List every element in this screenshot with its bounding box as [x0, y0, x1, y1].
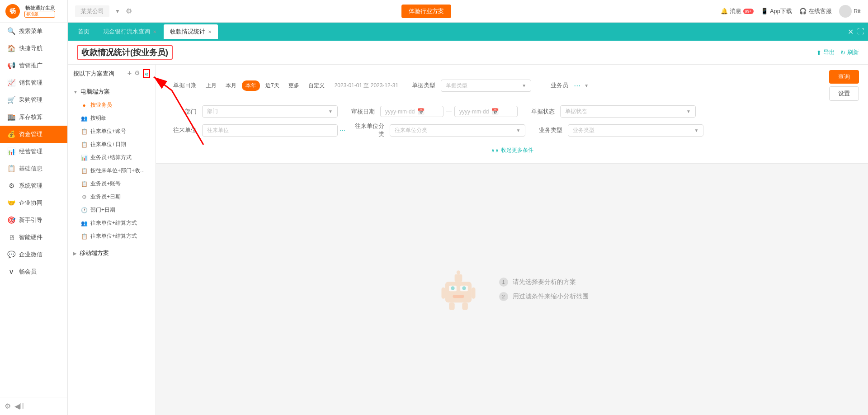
sidebar-item-wechat[interactable]: 💬 企业微信: [0, 246, 67, 263]
app-download-icon: 📱: [761, 8, 768, 14]
date-tab-custom[interactable]: 自定义: [305, 80, 328, 91]
counterpart-account-icon: 📋: [80, 128, 88, 135]
settings-button[interactable]: 设置: [829, 86, 859, 101]
scheme-dept-date[interactable]: 🕐 部门+日期: [68, 203, 156, 217]
sidebar-item-hardware[interactable]: 🖥 智能硬件: [0, 229, 67, 246]
app-download-item[interactable]: 📱 App下载: [761, 7, 792, 15]
date-tab-7days[interactable]: 近7天: [262, 80, 283, 91]
scheme-salesperson-date[interactable]: ⚙ 业务员+日期: [68, 190, 156, 203]
mobile-section: ▶ 移动端方案: [68, 245, 156, 262]
review-date-start-input[interactable]: yyyy-mm-dd 📅: [380, 106, 443, 117]
date-tab-this-year[interactable]: 本年: [242, 80, 260, 91]
sidebar-item-basics[interactable]: 📋 基础信息: [0, 160, 67, 177]
scheme-counterpart-dept[interactable]: 📋 按往来单位+部门+收...: [68, 164, 156, 177]
finance-nav-icon: 💰: [7, 130, 15, 138]
sidebar-item-collab[interactable]: 🤝 企业协同: [0, 194, 67, 212]
panel-header-actions: + ⚙ «: [127, 69, 150, 78]
scheme-counterpart-dept-label: 按往来单位+部门+收...: [90, 167, 145, 174]
user-avatar: [839, 5, 852, 18]
detail-scheme-icon: 👥: [80, 115, 88, 122]
scheme-counterpart-date[interactable]: 📋 往来单位+日期: [68, 138, 156, 151]
online-service-item[interactable]: 🎧 在线客服: [799, 7, 832, 15]
tip-text-1: 请先选择要分析的方案: [513, 278, 576, 286]
counterpart-filter-label: 往来单位: [165, 126, 197, 134]
scheme-by-salesperson[interactable]: ● 按业务员: [68, 99, 156, 112]
doc-status-value: 单据状态: [565, 108, 587, 115]
salesperson-settlement-icon: 📊: [80, 154, 88, 161]
dept-select[interactable]: 部门 ▼: [202, 105, 338, 118]
collapse-sidebar-icon[interactable]: ◀II: [14, 402, 24, 410]
sidebar-item-shortcuts[interactable]: 🏠 快捷导航: [0, 40, 67, 57]
settings-bottom-icon[interactable]: ⚙: [5, 402, 11, 410]
scheme-counterpart-account[interactable]: 📋 往来单位+账号: [68, 125, 156, 138]
sidebar-item-finance[interactable]: 💰 资金管理: [0, 126, 67, 143]
review-date-end-calendar-icon[interactable]: 📅: [491, 108, 499, 115]
sidebar-item-search[interactable]: 🔍 搜索菜单: [0, 23, 67, 40]
sidebar-item-operations[interactable]: 📊 经营管理: [0, 143, 67, 160]
company-dropdown-icon[interactable]: ▼: [115, 8, 120, 14]
counterpart-more-icon[interactable]: ···: [340, 126, 345, 134]
collapse-bar[interactable]: ∧∧ 收起更多条件: [165, 143, 859, 158]
review-date-start-calendar-icon[interactable]: 📅: [417, 108, 425, 115]
sidebar-item-system-label: 系统管理: [19, 182, 42, 190]
scheme-by-detail[interactable]: 👥 按明细: [68, 112, 156, 125]
sidebar-item-hardware-label: 智能硬件: [19, 233, 42, 241]
scheme-counterpart-account-label: 往来单位+账号: [90, 127, 126, 135]
topbar-gear-icon[interactable]: ⚙: [126, 7, 132, 15]
sidebar-item-marketing[interactable]: 📢 营销推广: [0, 57, 67, 74]
salesperson-more-icon[interactable]: ···: [574, 81, 580, 90]
desktop-section-header[interactable]: ▼ 电脑端方案: [68, 85, 156, 99]
scheme-salesperson-settlement-label: 业务员+结算方式: [90, 154, 132, 161]
user-item[interactable]: Rit: [839, 5, 861, 18]
date-tab-this-month[interactable]: 本月: [222, 80, 240, 91]
sidebar-item-inventory[interactable]: 🏬 库存核算: [0, 108, 67, 126]
export-icon: ⬆: [816, 49, 821, 56]
page-title: 收款情况统计(按业务员): [77, 45, 173, 60]
counterpart-input[interactable]: 往来单位: [202, 124, 338, 137]
tab-bank-label: 现金银行流水查询: [103, 28, 150, 36]
maximize-window-icon[interactable]: ⛶: [857, 28, 864, 36]
window-controls: ✕ ⛶: [848, 28, 864, 36]
doc-status-select[interactable]: 单据状态 ▼: [560, 105, 696, 118]
purchase-nav-icon: 🛒: [7, 96, 15, 104]
review-date-end-value: yyyy-mm-dd: [459, 108, 489, 115]
close-window-icon[interactable]: ✕: [848, 28, 854, 36]
export-button[interactable]: ⬆ 导出: [816, 48, 835, 57]
counterpart-input-wrapper: 往来单位 ···: [202, 124, 347, 137]
date-tab-last-month[interactable]: 上月: [202, 80, 220, 91]
business-type-select[interactable]: 业务类型 ▼: [568, 124, 703, 137]
app-logo: 畅 畅捷通好生意 标准版: [0, 0, 67, 23]
add-scheme-icon[interactable]: +: [127, 69, 132, 78]
mobile-section-header[interactable]: ▶ 移动端方案: [68, 246, 156, 260]
scheme-salesperson-account[interactable]: 📋 业务员+账号: [68, 177, 156, 190]
refresh-button[interactable]: ↻ 刷新: [840, 48, 859, 57]
counterpart-category-select[interactable]: 往来单位分类 ▼: [390, 124, 525, 137]
sidebar-item-member[interactable]: V 畅会员: [0, 263, 67, 280]
doc-type-select[interactable]: 单据类型 ▼: [441, 80, 531, 92]
tab-home[interactable]: 首页: [71, 24, 96, 39]
scheme-settings-icon[interactable]: ⚙: [134, 69, 140, 78]
tab-bank[interactable]: 现金银行流水查询 ✕: [97, 24, 163, 39]
collapse-label: 收起更多条件: [501, 146, 533, 154]
sidebar-item-purchase[interactable]: 🛒 采购管理: [0, 91, 67, 108]
tab-bank-close-icon[interactable]: ✕: [153, 29, 156, 34]
notification-item[interactable]: 🔔 消息 99+: [721, 7, 754, 15]
tab-receipt-close-icon[interactable]: ✕: [208, 29, 212, 34]
filter-action-buttons: 查询 设置: [829, 70, 859, 101]
sidebar-item-guide[interactable]: 🎯 新手引导: [0, 212, 67, 229]
page-actions: ⬆ 导出 ↻ 刷新: [816, 48, 859, 57]
scheme-salesperson-settlement[interactable]: 📊 业务员+结算方式: [68, 151, 156, 164]
query-button[interactable]: 查询: [829, 70, 859, 84]
date-tab-more[interactable]: 更多: [285, 80, 303, 91]
tip-num-2: 2: [499, 292, 508, 301]
sidebar-item-system[interactable]: ⚙ 系统管理: [0, 177, 67, 194]
collapse-panel-icon[interactable]: «: [143, 69, 150, 78]
review-date-end-input[interactable]: yyyy-mm-dd 📅: [454, 106, 518, 117]
scheme-counterpart-settlement1[interactable]: 👥 往来单位+结算方式: [68, 217, 156, 230]
company-title: 某某公司: [75, 5, 109, 17]
salesperson-date-icon: ⚙: [80, 193, 88, 201]
sidebar-item-sales[interactable]: 📈 销售管理: [0, 74, 67, 91]
scheme-counterpart-settlement2[interactable]: 📋 往来单位+结算方式: [68, 230, 156, 243]
tab-receipt[interactable]: 收款情况统计 ✕: [164, 24, 218, 39]
trial-button[interactable]: 体验行业方案: [401, 5, 451, 18]
